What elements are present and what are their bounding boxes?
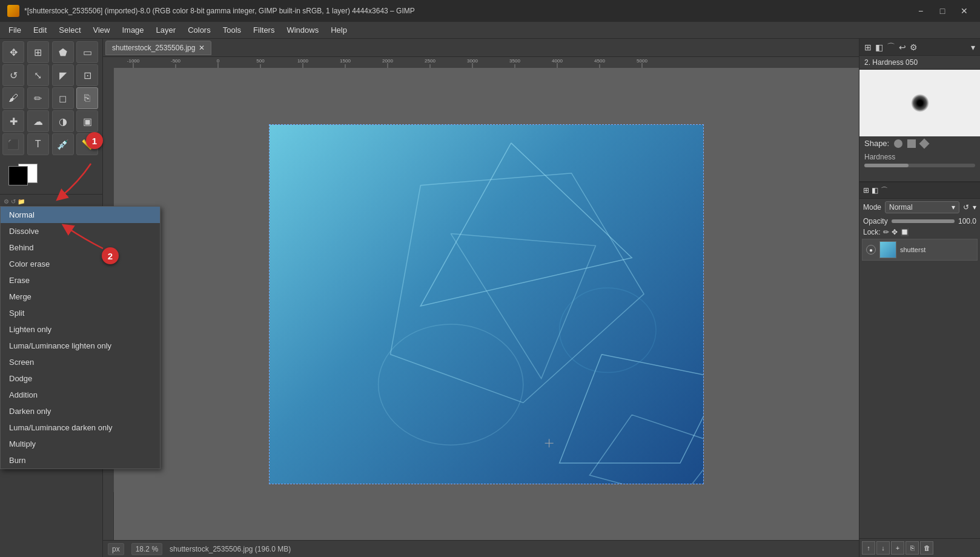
channels-icon[interactable]: ◧	[872, 186, 878, 195]
unit-selector[interactable]: px	[108, 543, 124, 555]
annotation-badge-1: 1	[86, 132, 103, 149]
dropdown-item-merge[interactable]: Merge	[1, 289, 160, 305]
lock-paint-icon[interactable]: ✏	[883, 228, 889, 236]
dropdown-item-erase[interactable]: Erase	[1, 272, 160, 289]
shape-circle[interactable]	[894, 139, 902, 148]
panel-icon-settings[interactable]: ⚙	[910, 42, 918, 52]
heal-btn[interactable]: ✚	[2, 110, 24, 132]
layer-mode-arrow: ▾	[952, 203, 955, 212]
layer-name: shutterst	[900, 246, 973, 253]
hardness-bar[interactable]	[864, 164, 975, 167]
clone-btn[interactable]: ⎘	[76, 87, 98, 109]
shape-label: Shape:	[864, 139, 889, 148]
dropdown-item-split[interactable]: Split	[1, 305, 160, 321]
layer-visibility-toggle[interactable]: ●	[866, 245, 876, 255]
panel-icon-menu[interactable]: ▾	[971, 42, 975, 52]
menubar: FileEditSelectViewImageLayerColorsToolsF…	[0, 22, 980, 39]
dropdown-item-darken-only[interactable]: Darken only	[1, 403, 160, 419]
svg-point-28	[379, 324, 523, 444]
eyedrop-btn[interactable]: 💉	[52, 133, 74, 155]
dropdown-item-lighten-only[interactable]: Lighten only	[1, 321, 160, 338]
text-btn[interactable]: T	[27, 133, 49, 155]
dropdown-item-screen[interactable]: Screen	[1, 354, 160, 370]
svg-text:0: 0	[217, 58, 220, 64]
dropdown-item-dodge[interactable]: Dodge	[1, 370, 160, 387]
dropdown-item-behind[interactable]: Behind	[1, 239, 160, 256]
blend-btn[interactable]: ⬛	[2, 133, 24, 155]
menu-item-windows[interactable]: Windows	[280, 23, 325, 37]
menu-item-select[interactable]: Select	[53, 23, 87, 37]
dropdown-item-normal[interactable]: Normal	[1, 207, 160, 223]
menu-item-help[interactable]: Help	[325, 23, 353, 37]
free-select-btn[interactable]: ⬟	[52, 41, 74, 63]
eraser-btn[interactable]: ◻	[52, 87, 74, 109]
close-button[interactable]: ✕	[956, 2, 973, 19]
panel-icon-channels[interactable]: ◧	[875, 42, 883, 52]
canvas-tab[interactable]: shutterstock_2535506.jpg ✕	[105, 41, 211, 55]
svg-text:-500: -500	[171, 58, 181, 64]
menu-item-tools[interactable]: Tools	[217, 23, 247, 37]
menu-item-edit[interactable]: Edit	[27, 23, 53, 37]
fill-btn[interactable]: ▣	[76, 110, 98, 132]
layer-up-btn[interactable]: ↑	[862, 541, 875, 555]
layer-menu-icon[interactable]: ▾	[973, 203, 976, 212]
canvas-view[interactable]	[114, 68, 859, 540]
paths-icon[interactable]: ⌒	[881, 185, 888, 196]
menu-item-view[interactable]: View	[87, 23, 116, 37]
right-panel: ⊞ ◧ ⌒ ↩ ⚙ ▾ 2. Hardness 050 Shape: Hardn…	[859, 39, 980, 557]
toolbox: ✥ ⊞ ⬟ ▭ ↺ ⤡ ◤ ⊡ 🖌 ✏ ◻ ⎘ ✚ ☁ ◑ ▣ ⬛ T 💉 📏	[0, 39, 103, 557]
dodge-burn-btn[interactable]: ◑	[52, 110, 74, 132]
opacity-slider[interactable]	[892, 219, 955, 223]
menu-item-colors[interactable]: Colors	[182, 23, 217, 37]
dropdown-item-dissolve[interactable]: Dissolve	[1, 223, 160, 239]
minimize-button[interactable]: −	[912, 2, 929, 19]
layer-duplicate-btn[interactable]: ⎘	[906, 541, 919, 555]
dropdown-item-multiply[interactable]: Multiply	[1, 436, 160, 452]
layer-lock-row: Lock: ✏ ✥ 🔲	[859, 227, 980, 238]
zoom-selector[interactable]: 18.2 %	[131, 543, 162, 555]
layers-icon[interactable]: ⊞	[863, 186, 869, 195]
align-tool-btn[interactable]: ⊞	[27, 41, 49, 63]
hardness-section: Hardness	[859, 150, 980, 170]
lock-move-icon[interactable]: ✥	[892, 228, 898, 236]
perspective-btn[interactable]: ◤	[52, 64, 74, 86]
dropdown-item-luma-luminance-darken-only[interactable]: Luma/Luminance darken only	[1, 419, 160, 436]
tool-options-icons: ⚙ ↺ 📁	[4, 198, 25, 205]
move-tool-btn[interactable]: ✥	[2, 41, 24, 63]
svg-text:3500: 3500	[509, 58, 520, 64]
canvas-wrapper	[103, 68, 859, 540]
dropdown-item-color-erase[interactable]: Color erase	[1, 256, 160, 272]
dropdown-item-burn[interactable]: Burn	[1, 452, 160, 469]
panel-icon-layers[interactable]: ⊞	[864, 42, 872, 52]
rect-select-btn[interactable]: ▭	[76, 41, 98, 63]
shape-square[interactable]	[907, 139, 916, 148]
menu-item-layer[interactable]: Layer	[150, 23, 182, 37]
dropdown-item-luma-luminance-lighten-only[interactable]: Luma/Luminance lighten only	[1, 338, 160, 354]
maximize-button[interactable]: □	[934, 2, 951, 19]
layer-reset-icon[interactable]: ↺	[963, 203, 969, 212]
panel-icon-history[interactable]: ↩	[899, 42, 906, 52]
crop-btn[interactable]: ⊡	[76, 64, 98, 86]
layer-mode-value: Normal	[889, 203, 913, 212]
pencil-btn[interactable]: ✏	[27, 87, 49, 109]
layer-add-btn[interactable]: +	[891, 541, 904, 555]
foreground-color-swatch[interactable]	[8, 166, 28, 185]
layer-mode-row: Mode Normal ▾ ↺ ▾	[859, 199, 980, 216]
canvas-tab-close[interactable]: ✕	[199, 44, 205, 52]
hardness-fill	[864, 164, 909, 167]
layer-down-btn[interactable]: ↓	[876, 541, 890, 555]
layer-delete-btn[interactable]: 🗑	[920, 541, 933, 555]
smudge-btn[interactable]: ☁	[27, 110, 49, 132]
rotate-btn[interactable]: ↺	[2, 64, 24, 86]
menu-item-image[interactable]: Image	[116, 23, 150, 37]
menu-item-file[interactable]: File	[2, 23, 27, 37]
layer-mode-dropdown[interactable]: Normal ▾	[885, 201, 959, 213]
mode-dropdown-menu: NormalDissolveBehindColor eraseEraseMerg…	[0, 206, 161, 469]
menu-item-filters[interactable]: Filters	[247, 23, 280, 37]
shape-diamond[interactable]	[919, 138, 930, 148]
scale-btn[interactable]: ⤡	[27, 64, 49, 86]
paint-btn[interactable]: 🖌	[2, 87, 24, 109]
dropdown-item-addition[interactable]: Addition	[1, 387, 160, 403]
panel-icon-paths[interactable]: ⌒	[887, 42, 895, 53]
lock-alpha-icon[interactable]: 🔲	[900, 228, 909, 236]
